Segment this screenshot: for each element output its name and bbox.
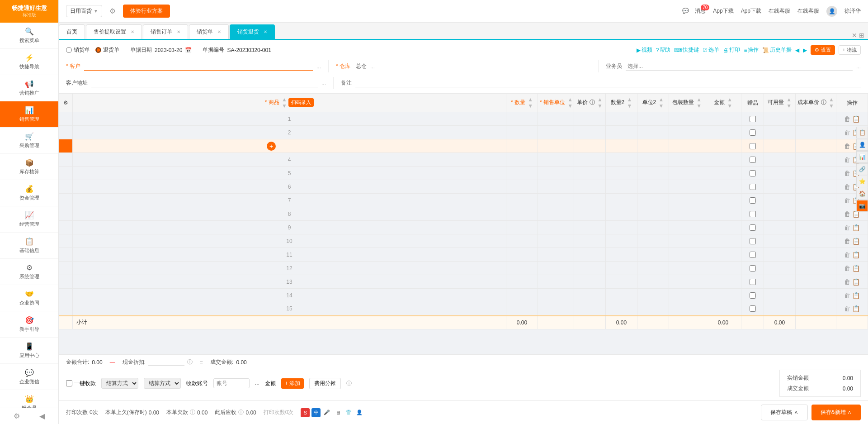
copy-btn-13[interactable]: 📋 xyxy=(852,278,860,286)
add-payment-btn[interactable]: + 添加 xyxy=(281,378,304,389)
row-gift-11[interactable] xyxy=(741,248,764,262)
row-cost-15[interactable] xyxy=(796,302,836,316)
row-gift-1[interactable] xyxy=(741,112,764,126)
rp-btn-4[interactable]: 🔗 xyxy=(856,163,868,175)
row-unit-13[interactable] xyxy=(538,275,574,289)
row-pkg-5[interactable] xyxy=(669,167,705,180)
fee-btn[interactable]: 费用分摊 xyxy=(309,378,341,389)
salesperson-input[interactable] xyxy=(626,62,853,71)
address-input[interactable] xyxy=(91,79,318,87)
row-price-6[interactable] xyxy=(574,180,606,194)
gift-checkbox-9[interactable] xyxy=(750,224,756,231)
row-cost-6[interactable] xyxy=(796,180,836,194)
salesperson-dots[interactable]: ... xyxy=(856,63,861,70)
row-unit2-8[interactable] xyxy=(637,207,669,221)
delete-btn-1[interactable]: 🗑 xyxy=(844,115,850,123)
row-product-14[interactable]: 14 xyxy=(73,289,506,302)
row-unit-6[interactable] xyxy=(538,180,574,194)
row-qty-8[interactable] xyxy=(506,207,538,221)
delete-btn-2[interactable]: 🗑 xyxy=(844,129,850,136)
message-badge[interactable]: 💬 70 消息 xyxy=(682,7,706,15)
sidebar-item-新手引导[interactable]: 🎯新手引导 xyxy=(0,311,58,338)
sidebar-item-库存核算[interactable]: 📦库存核算 xyxy=(0,154,58,180)
row-qty-2[interactable] xyxy=(506,126,538,139)
sidebar-item-资金管理[interactable]: 💰资金管理 xyxy=(0,180,58,206)
sidebar-item-快捷导航[interactable]: ⚡快捷导航 xyxy=(0,49,58,75)
row-avail-13[interactable] xyxy=(764,275,796,289)
row-qty-12[interactable] xyxy=(506,262,538,275)
row-amount-5[interactable] xyxy=(705,167,741,180)
app-download-text[interactable]: App下载 xyxy=(741,7,761,15)
calendar-icon[interactable]: 📅 xyxy=(185,47,192,53)
row-qty2-4[interactable] xyxy=(606,153,637,167)
sidebar-item-销售管理[interactable]: 📊销售管理 xyxy=(0,101,58,128)
sidebar-item-搜索菜单[interactable]: 🔍搜索菜单 xyxy=(0,23,58,49)
row-qty2-1[interactable] xyxy=(606,112,637,126)
row-cost-4[interactable] xyxy=(796,153,836,167)
delete-btn-12[interactable]: 🗑 xyxy=(844,265,850,272)
row-unit-4[interactable] xyxy=(538,153,574,167)
scan-btn[interactable]: 扫码录入 xyxy=(288,98,314,107)
account-dots[interactable]: ... xyxy=(255,380,259,386)
row-avail-11[interactable] xyxy=(764,248,796,262)
row-gift-5[interactable] xyxy=(741,167,764,180)
row-product-4[interactable]: 4 xyxy=(73,153,506,167)
sidebar-item-企业协同[interactable]: 🤝企业协同 xyxy=(0,285,58,311)
row-price-13[interactable] xyxy=(574,275,606,289)
online-service-text[interactable]: 在线客服 xyxy=(797,7,819,15)
customer-input[interactable] xyxy=(84,62,313,71)
gift-checkbox-6[interactable] xyxy=(750,184,756,190)
delete-btn-4[interactable]: 🗑 xyxy=(844,156,850,163)
product-input-3[interactable] xyxy=(276,143,312,150)
tab-售价提取设置[interactable]: 售价提取设置✕ xyxy=(86,24,142,39)
row-unit-15[interactable] xyxy=(538,302,574,316)
row-product-5[interactable]: 5 xyxy=(73,167,506,180)
collapse-icon[interactable]: ◀ xyxy=(39,412,45,420)
row-price-14[interactable] xyxy=(574,289,606,302)
row-price-5[interactable] xyxy=(574,167,606,180)
delete-btn-9[interactable]: 🗑 xyxy=(844,224,850,231)
row-pkg-2[interactable] xyxy=(669,126,705,139)
tab-销货退货[interactable]: 销货退货✕ xyxy=(230,24,275,39)
row-unit2-7[interactable] xyxy=(637,194,669,207)
row-gift-7[interactable] xyxy=(741,194,764,207)
row-pkg-15[interactable] xyxy=(669,302,705,316)
topbar-settings-icon[interactable]: ⚙ xyxy=(109,7,116,15)
row-product-9[interactable]: 9 xyxy=(73,221,506,234)
row-price-3[interactable] xyxy=(574,139,606,153)
gift-checkbox-1[interactable] xyxy=(750,116,756,122)
row-qty-9[interactable] xyxy=(506,221,538,234)
gift-checkbox-4[interactable] xyxy=(750,157,756,163)
row-qty2-8[interactable] xyxy=(606,207,637,221)
row-amount-9[interactable] xyxy=(705,221,741,234)
row-gift-14[interactable] xyxy=(741,289,764,302)
history-link[interactable]: 📜 历史单据 xyxy=(762,46,792,54)
row-avail-15[interactable] xyxy=(764,302,796,316)
row-product-6[interactable]: 6 xyxy=(73,180,506,194)
row-qty2-7[interactable] xyxy=(606,194,637,207)
row-pkg-3[interactable] xyxy=(669,139,705,153)
copy-btn-12[interactable]: 📋 xyxy=(852,265,860,272)
discount-input[interactable] xyxy=(148,359,184,366)
delete-btn-7[interactable]: 🗑 xyxy=(844,197,850,204)
row-avail-12[interactable] xyxy=(764,262,796,275)
tab-销货单[interactable]: 销货单✕ xyxy=(189,24,229,39)
delete-btn-15[interactable]: 🗑 xyxy=(844,305,850,312)
sidebar-item-应用中心[interactable]: 📱应用中心 xyxy=(0,338,58,364)
row-price-1[interactable] xyxy=(574,112,606,126)
row-cost-7[interactable] xyxy=(796,194,836,207)
row-amount-4[interactable] xyxy=(705,153,741,167)
print-link[interactable]: 🖨 打印 xyxy=(723,46,740,54)
row-product-15[interactable]: 15 xyxy=(73,302,506,316)
row-unit2-6[interactable] xyxy=(637,180,669,194)
row-qty-3[interactable] xyxy=(506,139,538,153)
row-gift-4[interactable] xyxy=(741,153,764,167)
row-gift-3[interactable] xyxy=(741,139,764,153)
select-link[interactable]: ☑ 选单 xyxy=(703,46,719,54)
row-unit2-13[interactable] xyxy=(637,275,669,289)
row-amount-8[interactable] xyxy=(705,207,741,221)
copy-btn-11[interactable]: 📋 xyxy=(852,251,860,258)
row-gift-15[interactable] xyxy=(741,302,764,316)
row-avail-5[interactable] xyxy=(764,167,796,180)
nav-next[interactable]: ▶ xyxy=(803,47,807,53)
